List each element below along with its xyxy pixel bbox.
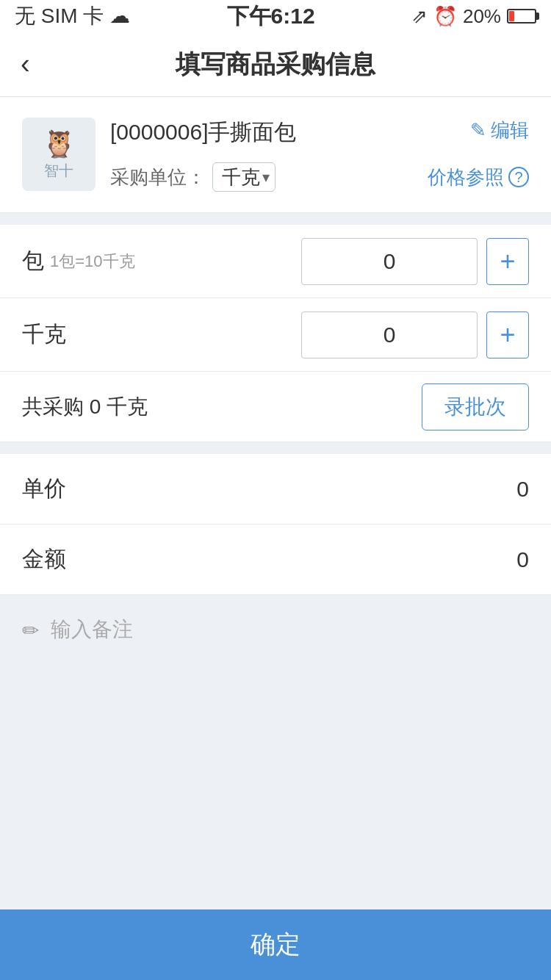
product-header: [0000006]手撕面包 ✎ 编辑	[110, 118, 529, 148]
section-divider-2	[0, 442, 551, 454]
bag-input-row: 包 1包=10千克 +	[0, 225, 551, 298]
edit-label: 编辑	[491, 118, 529, 143]
remark-section[interactable]: ✏ 输入备注	[0, 595, 551, 669]
unit-price-label: 单价	[22, 474, 66, 504]
unit-select[interactable]: 千克 包	[212, 162, 276, 192]
status-left: 无 SIM 卡 ☁	[15, 2, 130, 30]
battery-icon	[507, 9, 536, 24]
product-thumb-icon: 🦉	[43, 129, 76, 159]
back-button[interactable]: ‹	[21, 48, 30, 80]
location-icon: ⇗	[411, 5, 428, 28]
unit-select-wrapper[interactable]: 千克 包	[212, 162, 276, 192]
price-ref-help-icon: ?	[508, 167, 529, 187]
no-sim-label: 无 SIM 卡 ☁	[15, 2, 130, 30]
amount-label: 金额	[22, 544, 66, 574]
remark-placeholder: 输入备注	[51, 616, 133, 644]
confirm-button-label: 确定	[251, 928, 300, 962]
product-unit-row: 采购单位： 千克 包 价格参照 ?	[110, 162, 529, 192]
section-divider-1	[0, 213, 551, 225]
info-section: 单价 0 金额 0	[0, 454, 551, 595]
product-thumb-subtext: 智十	[44, 161, 73, 181]
unit-row-left: 采购单位： 千克 包	[110, 162, 276, 192]
confirm-button[interactable]: 确定	[0, 909, 551, 980]
bag-label: 包	[22, 246, 44, 276]
bag-sublabel: 1包=10千克	[50, 251, 135, 273]
content-body	[0, 669, 551, 918]
bag-plus-button[interactable]: +	[486, 238, 529, 285]
bag-input[interactable]	[301, 238, 478, 285]
price-ref-label: 价格参照	[428, 165, 504, 190]
kg-input-row: 千克 +	[0, 298, 551, 372]
kg-input[interactable]	[301, 311, 478, 359]
status-bar: 无 SIM 卡 ☁ 下午6:12 ⇗ ⏰ 20%	[0, 0, 551, 32]
unit-label: 采购单位：	[110, 166, 206, 188]
alarm-icon: ⏰	[433, 5, 457, 28]
price-ref-button[interactable]: 价格参照 ?	[428, 165, 529, 190]
pencil-icon: ✏	[22, 619, 39, 643]
product-name: [0000006]手撕面包	[110, 118, 296, 148]
amount-value: 0	[516, 547, 529, 572]
status-right: ⇗ ⏰ 20%	[411, 5, 536, 28]
battery-percent: 20%	[463, 5, 501, 28]
edit-button[interactable]: ✎ 编辑	[470, 118, 529, 143]
kg-plus-button[interactable]: +	[486, 311, 529, 359]
batch-button[interactable]: 录批次	[422, 383, 529, 430]
nav-bar: ‹ 填写商品采购信息	[0, 32, 551, 97]
amount-row: 金额 0	[0, 525, 551, 595]
unit-price-row: 单价 0	[0, 454, 551, 525]
summary-row: 共采购 0 千克 录批次	[0, 372, 551, 442]
product-card: 🦉 智十 [0000006]手撕面包 ✎ 编辑 采购单位： 千克 包 价格	[0, 97, 551, 213]
kg-label: 千克	[22, 320, 66, 350]
unit-price-value: 0	[516, 477, 529, 502]
summary-text: 共采购 0 千克	[22, 393, 148, 421]
kg-input-wrapper: +	[66, 311, 529, 359]
page-title: 填写商品采购信息	[176, 48, 375, 82]
input-section: 包 1包=10千克 + 千克 + 共采购 0 千克 录批次	[0, 225, 551, 442]
product-thumbnail: 🦉 智十	[22, 118, 96, 191]
edit-icon: ✎	[470, 119, 486, 142]
product-info: [0000006]手撕面包 ✎ 编辑 采购单位： 千克 包 价格参照 ?	[110, 118, 529, 192]
status-time: 下午6:12	[227, 1, 315, 32]
bag-input-wrapper: +	[135, 238, 529, 285]
